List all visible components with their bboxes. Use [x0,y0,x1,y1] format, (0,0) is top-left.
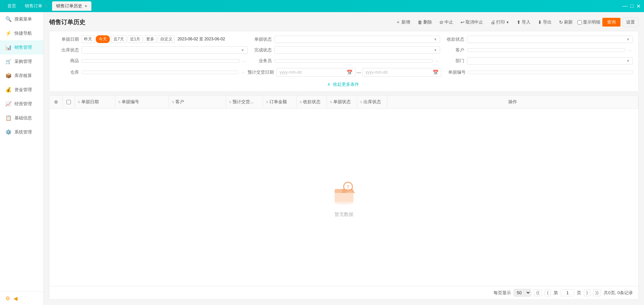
per-page-select[interactable]: 50 10 20 100 [514,289,531,297]
sidebar-settings-icon[interactable]: ⚙ [5,295,10,302]
sidebar-item-sales-mgmt[interactable]: 📊 销售管理 [0,40,43,54]
settings-button[interactable]: 设置 [622,17,639,27]
date-btn-today[interactable]: 今天 [96,35,110,43]
complete-status-select[interactable]: ▼ [274,46,440,54]
warehouse-status-control: ▼ [82,46,248,54]
empty-text: 暂无数据 [335,212,353,218]
product-control: ··· [82,59,248,64]
date-btn-custom[interactable]: 自定义 [158,35,175,43]
order-num-input[interactable] [468,71,633,74]
first-page-button[interactable]: ⟨⟨ [534,289,542,296]
warehouse-dots[interactable]: ··· [240,70,246,75]
cancel-stop-button[interactable]: ↩ 取消中止 [458,18,486,27]
warehouse-status-select[interactable]: ▼ [82,46,248,54]
tab-sales-order-close[interactable]: ✕ [44,4,47,8]
salesperson-dots[interactable]: ··· [434,59,440,64]
display-details-checkbox[interactable]: 显示明细 [577,19,600,25]
sidebar-item-inventory-check[interactable]: 📦 库存核算 [0,69,43,83]
sort-num-icon: ⇅ [118,100,121,104]
tab-sales-order-history-close[interactable]: ✕ [84,4,87,8]
maximize-icon[interactable]: □ [630,3,634,9]
per-page-label: 每页显示 [493,290,511,296]
total-label: 共0页, 0条记录 [604,290,633,296]
order-status-select[interactable]: ▼ [274,36,440,43]
sales-mgmt-icon: 📊 [5,44,12,50]
payment-status-select[interactable]: ▼ [467,36,633,43]
content-area: 销售订单历史 ＋ 新增 🗑 删除 ⊘ 中止 ↩ 取消中止 [44,12,644,305]
collapse-row[interactable]: ∧ 收起更多条件 [55,80,633,87]
stop-icon: ⊘ [439,20,443,25]
th-num[interactable]: ⇅ 单据编号 [115,96,169,108]
svg-text:?: ? [347,184,349,189]
product-input[interactable] [82,59,240,63]
no-data-svg: ? [327,177,361,207]
cancel-stop-icon: ↩ [461,20,465,25]
th-payment[interactable]: ⇅ 收款状态 [297,96,327,108]
th-warehouse[interactable]: ⇅ 出库状态 [357,96,387,108]
salesperson-input[interactable] [274,59,433,63]
select-all-checkbox[interactable] [67,100,71,104]
sidebar-item-ops-mgmt[interactable]: 📈 经营管理 [0,97,43,111]
warehouse-input[interactable] [82,71,239,74]
refresh-button[interactable]: ↻ 刷新 [556,18,575,27]
page-number-input[interactable] [561,289,574,296]
th-amount[interactable]: ⇅ 订单金额 [263,96,297,108]
sidebar-item-search-menu[interactable]: 🔍 搜索菜单 [0,12,43,26]
tab-sales-order-history[interactable]: 销售订单历史 ✕ [52,1,91,11]
product-dots[interactable]: ··· [241,59,248,64]
import-button[interactable]: ⬆ 导入 [514,18,533,27]
export-button[interactable]: ⬇ 导出 [535,18,554,27]
sidebar-item-purchase-mgmt[interactable]: 🛒 采购管理 [0,54,43,69]
customer-input[interactable] [467,48,625,52]
sort-amount-icon: ⇅ [266,100,268,104]
th-settings[interactable]: ⚙ [49,96,63,108]
print-button[interactable]: 🖨 打印 ▼ [488,18,512,27]
sidebar-item-quick-nav-label: 快捷导航 [14,30,32,36]
expected-date-from[interactable]: yyyy-mm-dd 📅 [276,68,355,77]
sidebar-item-sys-mgmt[interactable]: ⚙️ 系统管理 [0,125,43,139]
tab-home[interactable]: 首页 [3,1,20,11]
base-info-icon: 📋 [5,115,12,121]
sidebar: 🔍 搜索菜单 ⚡ 快捷导航 📊 销售管理 🛒 采购管理 📦 库存核算 💰 资金管… [0,12,44,305]
th-check[interactable] [63,96,75,108]
th-date[interactable]: ⇅ 单据日期 [75,96,115,108]
order-status-control: ▼ [274,36,440,43]
date-from-icon[interactable]: 📅 [347,70,352,75]
date-btn-7days[interactable]: 近7天 [111,35,126,43]
sidebar-item-finance-mgmt[interactable]: 💰 资金管理 [0,83,43,97]
th-customer[interactable]: ⇅ 客户 [169,96,226,108]
stop-button[interactable]: ⊘ 中止 [437,18,456,27]
toolbar: ＋ 新增 🗑 删除 ⊘ 中止 ↩ 取消中止 🖨 打印 [393,17,639,27]
th-status[interactable]: ⇅ 单据状态 [327,96,357,108]
sidebar-item-quick-nav[interactable]: ⚡ 快捷导航 [0,26,43,40]
date-btn-1month[interactable]: 近1月 [128,35,143,43]
settings-icon[interactable]: ⚙ [54,100,58,105]
expected-date-to[interactable]: yyyy-mm-dd 📅 [362,68,441,77]
refresh-icon: ↻ [559,20,563,25]
sidebar-collapse-icon[interactable]: ◀ [13,295,17,302]
delete-button[interactable]: 🗑 删除 [415,18,435,27]
date-filter-label: 单据日期 [55,36,82,42]
sidebar-item-base-info[interactable]: 📋 基础信息 [0,111,43,125]
salesperson-label: 业务员 [248,58,274,64]
query-button[interactable]: 查询 [602,18,620,27]
empty-state: ? 暂无数据 [49,109,638,286]
expected-date-label: 预计交货日期 [246,69,276,75]
tab-sales-order[interactable]: 销售订单 ✕ [21,1,51,11]
add-button[interactable]: ＋ 新增 [393,18,413,27]
dept-select[interactable]: ▼ [467,57,633,65]
product-label: 商品 [55,58,82,64]
date-btn-more[interactable]: 更多 [144,35,157,43]
customer-dots[interactable]: ··· [627,48,633,53]
minimize-icon[interactable]: — [622,3,628,9]
date-btn-yesterday[interactable]: 昨天 [82,35,94,43]
close-window-icon[interactable]: ✕ [636,3,641,9]
sort-payment-icon: ⇅ [299,100,302,104]
display-details-input[interactable] [577,20,582,25]
th-delivery[interactable]: ⇅ 预计交货... [226,96,263,108]
date-to-icon[interactable]: 📅 [433,70,438,75]
last-page-button[interactable]: ⟩⟩ [593,289,601,296]
page-header: 销售订单历史 ＋ 新增 🗑 删除 ⊘ 中止 ↩ 取消中止 [49,17,639,27]
next-page-button[interactable]: ⟩ [584,289,590,296]
prev-page-button[interactable]: ⟨ [545,289,551,296]
